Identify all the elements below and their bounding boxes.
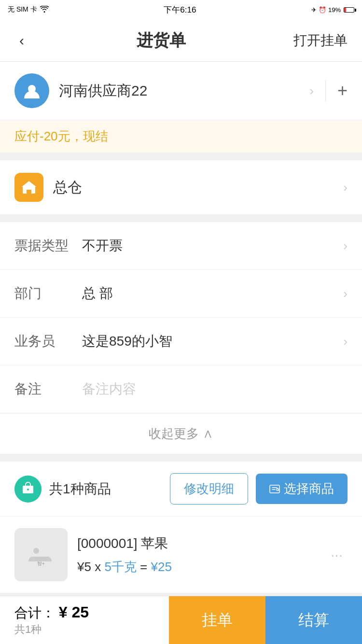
dept-label: 部门 bbox=[14, 284, 72, 303]
product-info: [0000001] 苹果 ¥5 x 5千克 = ¥25 bbox=[77, 534, 326, 575]
product-total: ¥25 bbox=[151, 560, 171, 574]
status-left: 无 SIM 卡 bbox=[8, 5, 49, 14]
status-time: 下午6:16 bbox=[164, 4, 196, 15]
ticket-type-value: 不开票 bbox=[82, 237, 343, 255]
sales-chevron-icon: › bbox=[343, 334, 348, 349]
sales-label: 业务员 bbox=[14, 332, 72, 350]
edit-detail-button[interactable]: 修改明细 bbox=[170, 473, 248, 504]
bottom-bar: 合计： ¥ 25 共1种 挂单 结算 bbox=[0, 596, 362, 644]
nav-bar: ‹ 进货单 打开挂单 bbox=[0, 19, 362, 62]
supplier-chevron-icon: › bbox=[309, 84, 314, 98]
form-card: 票据类型 不开票 › 部门 总 部 › 业务员 这是859的小智 › 备注 备注… bbox=[0, 222, 362, 454]
svg-rect-3 bbox=[27, 190, 31, 194]
collapse-button[interactable]: 收起更多 ∧ bbox=[0, 413, 362, 454]
status-right: ✈ ⏰ 19% bbox=[311, 6, 354, 14]
sales-value: 这是859的小智 bbox=[82, 332, 343, 350]
product-equals: = bbox=[137, 560, 151, 574]
product-code: [0000001] bbox=[77, 536, 141, 551]
warehouse-chevron-icon: › bbox=[343, 180, 348, 195]
total-section: 合计： ¥ 25 共1种 bbox=[0, 603, 169, 637]
location-icon: ✈ bbox=[311, 6, 317, 14]
battery-text: 19% bbox=[328, 6, 341, 14]
supplier-card: 河南供应商22 › + 应付-20元，现结 bbox=[0, 62, 362, 153]
warehouse-card: 总仓 › bbox=[0, 160, 362, 214]
note-row[interactable]: 备注 备注内容 bbox=[0, 365, 362, 413]
warehouse-name: 总仓 bbox=[53, 178, 343, 197]
settle-button[interactable]: 结算 bbox=[265, 596, 362, 644]
dept-value: 总 部 bbox=[82, 284, 343, 303]
note-input[interactable]: 备注内容 bbox=[82, 380, 348, 398]
supplier-notice: 应付-20元，现结 bbox=[0, 120, 362, 153]
total-label: 合计： bbox=[14, 605, 55, 620]
product-item: 智+ [0000001] 苹果 ¥5 x 5千克 = ¥25 ··· bbox=[0, 517, 362, 593]
product-more-button[interactable]: ··· bbox=[326, 542, 348, 568]
svg-marker-2 bbox=[22, 181, 36, 187]
back-button[interactable]: ‹ bbox=[14, 28, 29, 54]
select-product-label: 选择商品 bbox=[284, 480, 334, 497]
product-count-icon bbox=[14, 476, 42, 503]
battery-icon bbox=[344, 7, 354, 13]
total-count: 共1种 bbox=[14, 622, 154, 637]
vertical-divider bbox=[325, 80, 326, 101]
main-content: 河南供应商22 › + 应付-20元，现结 总仓 › 票据类型 不开票 › bbox=[0, 62, 362, 644]
products-card: 共1种商品 修改明细 选择商品 智+ bbox=[0, 462, 362, 593]
supplier-row[interactable]: 河南供应商22 › + bbox=[0, 62, 362, 120]
open-hang-button[interactable]: 打开挂单 bbox=[293, 31, 348, 50]
warehouse-icon bbox=[14, 173, 43, 202]
svg-point-8 bbox=[33, 548, 39, 554]
product-price: ¥5 x 5千克 = ¥25 bbox=[77, 559, 326, 575]
carrier-text: 无 SIM 卡 bbox=[8, 5, 37, 14]
svg-text:智+: 智+ bbox=[37, 561, 45, 566]
wifi-icon bbox=[40, 6, 49, 14]
ticket-type-row[interactable]: 票据类型 不开票 › bbox=[0, 222, 362, 270]
product-header: 共1种商品 修改明细 选择商品 bbox=[0, 462, 362, 517]
supplier-name: 河南供应商22 bbox=[59, 81, 309, 101]
alarm-icon: ⏰ bbox=[319, 6, 326, 14]
status-bar: 无 SIM 卡 下午6:16 ✈ ⏰ 19% bbox=[0, 0, 362, 19]
product-unit-price: ¥5 x bbox=[77, 560, 104, 574]
page-title: 进货单 bbox=[137, 29, 186, 52]
select-product-button[interactable]: 选择商品 bbox=[256, 474, 348, 504]
product-qty: 5千克 bbox=[104, 560, 136, 574]
svg-point-5 bbox=[27, 489, 29, 490]
dept-row[interactable]: 部门 总 部 › bbox=[0, 270, 362, 318]
warehouse-row[interactable]: 总仓 › bbox=[0, 160, 362, 214]
supplier-avatar bbox=[14, 73, 49, 108]
sales-row[interactable]: 业务员 这是859的小智 › bbox=[0, 318, 362, 365]
total-amount: ¥ 25 bbox=[59, 603, 89, 621]
total-row: 合计： ¥ 25 bbox=[14, 603, 154, 622]
ticket-type-label: 票据类型 bbox=[14, 237, 72, 255]
product-count-label: 共1种商品 bbox=[49, 480, 170, 498]
product-thumbnail: 智+ bbox=[14, 528, 68, 581]
product-name: [0000001] 苹果 bbox=[77, 534, 326, 553]
dept-chevron-icon: › bbox=[343, 286, 348, 301]
note-label: 备注 bbox=[14, 380, 72, 398]
product-name-text: 苹果 bbox=[141, 536, 168, 551]
add-supplier-button[interactable]: + bbox=[337, 81, 348, 101]
hang-order-button[interactable]: 挂单 bbox=[169, 596, 265, 644]
ticket-type-chevron-icon: › bbox=[343, 238, 348, 253]
